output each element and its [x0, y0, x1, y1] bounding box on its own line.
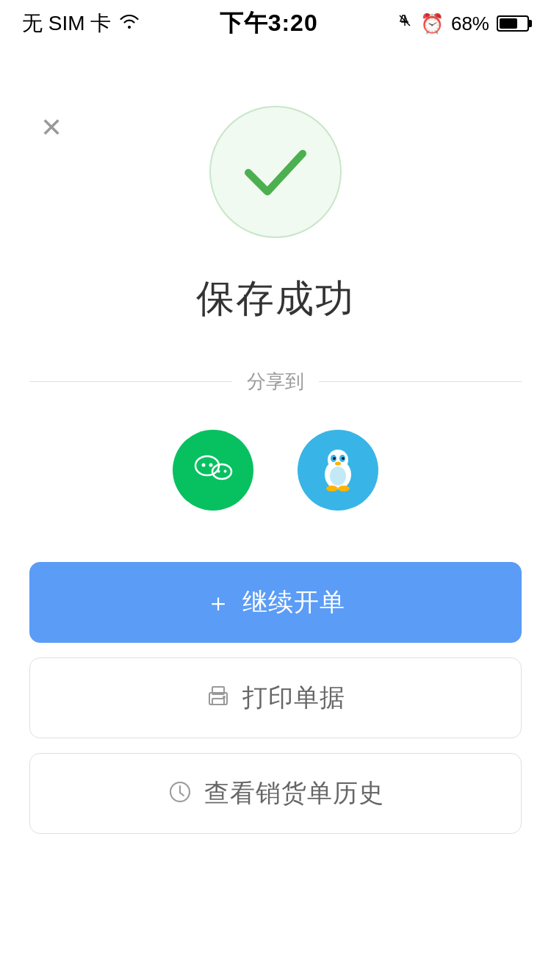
history-label: 查看销货单历史	[204, 777, 384, 810]
continue-order-label: 继续开单	[242, 586, 345, 619]
checkmark-icon	[242, 146, 309, 198]
svg-point-19	[223, 696, 226, 699]
svg-point-2	[202, 464, 206, 467]
svg-point-15	[330, 466, 346, 486]
plus-icon: ＋	[206, 590, 231, 615]
clock-icon	[168, 779, 192, 808]
svg-point-3	[209, 464, 213, 467]
battery-percent: 68%	[451, 12, 489, 35]
share-section: 分享到	[29, 369, 522, 394]
divider-left	[29, 381, 232, 382]
continue-order-button[interactable]: ＋ 继续开单	[29, 562, 522, 643]
status-right: ⏰ 68%	[397, 12, 529, 35]
print-label: 打印单据	[242, 681, 345, 715]
svg-point-10	[333, 457, 336, 460]
wechat-share-button[interactable]	[173, 430, 253, 511]
wechat-icon	[190, 450, 237, 491]
main-content: 保存成功 分享到	[0, 47, 551, 980]
status-time: 下午3:20	[220, 7, 318, 40]
svg-point-11	[342, 457, 345, 460]
svg-point-13	[326, 486, 338, 491]
printer-icon	[206, 684, 231, 713]
svg-point-14	[338, 486, 350, 491]
no-sim-label: 无 SIM 卡	[22, 10, 111, 37]
svg-point-4	[217, 470, 220, 473]
svg-point-12	[335, 461, 341, 465]
success-title: 保存成功	[196, 273, 355, 325]
svg-rect-17	[212, 699, 224, 705]
divider-right	[319, 381, 522, 382]
history-button[interactable]: 查看销货单历史	[29, 753, 522, 834]
battery-icon	[497, 15, 529, 32]
print-button[interactable]: 打印单据	[29, 657, 522, 738]
alarm-icon: ⏰	[420, 12, 444, 35]
wifi-icon	[118, 12, 140, 35]
success-icon-circle	[209, 106, 342, 238]
qq-share-button[interactable]	[298, 430, 378, 511]
svg-point-5	[224, 470, 227, 473]
qq-icon	[316, 447, 360, 494]
action-buttons: ＋ 继续开单 打印单据 查看销货单历史	[29, 562, 522, 834]
location-icon	[397, 12, 413, 35]
status-left: 无 SIM 卡	[22, 10, 140, 37]
share-label: 分享到	[247, 369, 304, 394]
share-icons-row	[173, 430, 378, 511]
status-bar: 无 SIM 卡 下午3:20 ⏰ 68%	[0, 0, 551, 47]
